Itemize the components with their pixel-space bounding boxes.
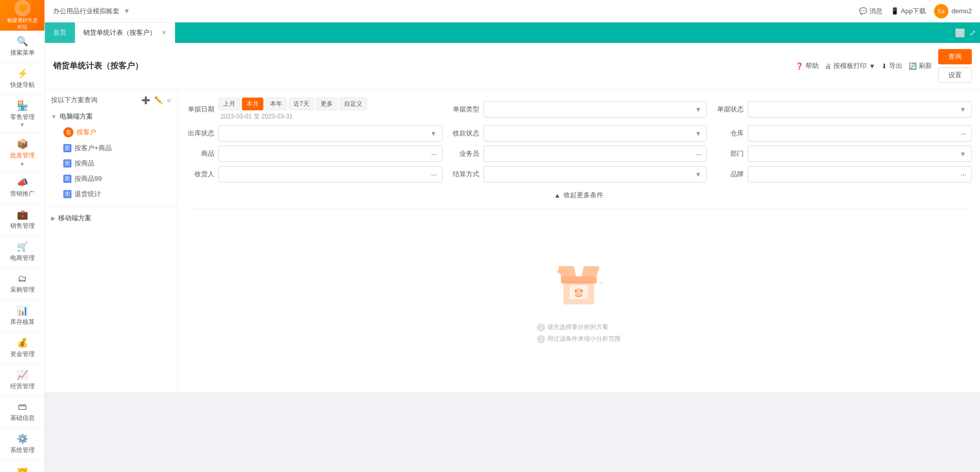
- user-name: demo2: [951, 7, 972, 15]
- hint-num-2: 2: [537, 335, 545, 343]
- type-filter-item: 单据类型 ▼: [451, 98, 707, 121]
- empty-hint-1: 1 请先选择要分析的方案: [537, 323, 621, 332]
- salesperson-control[interactable]: ···: [483, 146, 707, 162]
- scheme-by-goods-99[interactable]: 图 按商品99: [45, 171, 177, 186]
- scheme-by-customer[interactable]: 客 按客户: [45, 124, 177, 140]
- sidebar-item-operations[interactable]: 📈 经营管理: [0, 364, 45, 396]
- query-button[interactable]: 查询: [938, 49, 972, 64]
- empty-illustration: ★ ★ ★: [548, 253, 609, 315]
- tab-close-icon[interactable]: ✕: [161, 29, 166, 36]
- message-action[interactable]: 💬 消息: [859, 7, 883, 16]
- status-control[interactable]: ▼: [748, 101, 972, 117]
- tab-maximize-icon[interactable]: ⤢: [969, 28, 976, 38]
- app-download-label: App下载: [901, 7, 926, 16]
- empty-hints: 1 请先选择要分析的方案 2 用过滤条件来缩小分析范围: [537, 323, 621, 343]
- basics-icon: 🗃: [18, 402, 27, 412]
- goods-control[interactable]: ···: [218, 146, 443, 162]
- shipment-control[interactable]: ▼: [218, 125, 443, 141]
- date-btn-lastmonth[interactable]: 上月: [218, 98, 240, 110]
- sidebar-item-inventory[interactable]: 📊 库存核算: [0, 300, 45, 332]
- refresh-action[interactable]: 🔄 刷新: [909, 61, 932, 70]
- scheme-label-cg: 按客户+商品: [75, 144, 112, 153]
- retail-chevron: ▼: [19, 122, 25, 128]
- status-label: 单据状态: [715, 105, 744, 114]
- sidebar-item-wholesale[interactable]: 📦 批发管理 ▲: [0, 133, 45, 172]
- desktop-chevron-icon: ▼: [51, 113, 57, 120]
- message-label: 消息: [869, 7, 883, 16]
- sidebar-item-retail[interactable]: 🏪 零售管理 ▼: [0, 95, 45, 133]
- page-title: 销货单统计表（按客户）: [53, 61, 143, 72]
- message-icon: 💬: [859, 7, 867, 15]
- sidebar-item-ecommerce[interactable]: 🛒 电商管理: [0, 236, 45, 268]
- shipment-filter-item: 出库状态 ▼: [186, 125, 443, 141]
- scheme-icon-goods: 图: [63, 159, 71, 168]
- scheme-return-stats[interactable]: 图 退货统计: [45, 186, 177, 202]
- empty-hint-2: 2 用过滤条件来缩小分析范围: [537, 335, 621, 343]
- type-control[interactable]: ▼: [483, 101, 707, 117]
- sidebar-item-marketing[interactable]: 📣 营销推广: [0, 172, 45, 204]
- warehouse-control[interactable]: ···: [748, 125, 972, 141]
- scheme-by-goods[interactable]: 图 按商品: [45, 156, 177, 171]
- user-area[interactable]: Ea demo2: [934, 4, 972, 18]
- app-download-action[interactable]: 📱 App下载: [891, 7, 926, 16]
- settlement-filter-item: 结算方式 ▼: [451, 166, 707, 182]
- quicknav-icon: ⚡: [17, 68, 28, 79]
- date-btn-more[interactable]: 更多: [316, 98, 337, 110]
- sidebar-item-purchase[interactable]: 🗂 采购管理: [0, 268, 45, 300]
- sidebar: 🧡 畅捷通好生意 标版 🔍 搜索菜单 ⚡ 快捷导航 🏪 零售管理 ▼ 📦 批发管…: [0, 0, 45, 472]
- collapse-panel-icon[interactable]: «: [167, 96, 171, 104]
- mobile-schemes-header: ▶ 移动端方案: [45, 210, 177, 226]
- date-btn-7days[interactable]: 近7天: [289, 98, 314, 110]
- sidebar-item-basics[interactable]: 🗃 基础信息: [0, 396, 45, 428]
- tab-home[interactable]: 首页: [45, 22, 75, 43]
- help-action[interactable]: ❓ 帮助: [795, 61, 819, 70]
- consignee-label: 收货人: [186, 170, 214, 179]
- brand-control[interactable]: ···: [748, 166, 972, 182]
- sidebar-item-sales[interactable]: 💼 销售管理: [0, 204, 45, 236]
- help-icon: ❓: [795, 62, 803, 70]
- purchase-icon: 🗂: [18, 273, 27, 284]
- warehouse-label: 仓库: [715, 129, 744, 138]
- download-icon: 📱: [891, 7, 899, 15]
- tab-sales-report[interactable]: 销货单统计表（按客户） ✕: [75, 22, 175, 43]
- content-area: 销货单统计表（按客户） ❓ 帮助 🖨 按模板打印 ▼ ⬇ 导出: [45, 43, 980, 472]
- settlement-label: 结算方式: [451, 170, 479, 179]
- scheme-label-goods99: 按商品99: [75, 174, 102, 183]
- date-label: 单据日期: [186, 105, 214, 114]
- sidebar-item-quicknav[interactable]: ⚡ 快捷导航: [0, 63, 45, 95]
- export-action[interactable]: ⬇ 导出: [881, 61, 902, 70]
- avatar: Ea: [934, 4, 948, 18]
- sidebar-item-search[interactable]: 🔍 搜索菜单: [0, 31, 45, 63]
- export-icon: ⬇: [881, 62, 887, 70]
- collapse-button[interactable]: ▲ 收起更多条件: [554, 186, 604, 204]
- add-scheme-icon[interactable]: ➕: [141, 96, 150, 104]
- finance-icon: 💰: [17, 337, 28, 348]
- mobile-schemes-label: 移动端方案: [58, 214, 91, 223]
- hint-num-1: 1: [537, 323, 545, 332]
- date-btn-custom[interactable]: 自定义: [339, 98, 367, 110]
- svg-point-7: [581, 290, 583, 292]
- payment-control[interactable]: ▼: [483, 125, 707, 141]
- tab-bar-actions: ⬜ ⤢: [955, 28, 980, 38]
- settings-button[interactable]: 设置: [938, 67, 972, 83]
- sidebar-item-system[interactable]: ⚙️ 系统管理: [0, 428, 45, 460]
- scheme-by-customer-goods[interactable]: 图 按客户+商品: [45, 140, 177, 156]
- collapse-area: ▲ 收起更多条件: [186, 186, 972, 204]
- date-btn-thisyear[interactable]: 本年: [265, 98, 287, 110]
- salesperson-dots: ···: [696, 150, 701, 158]
- sidebar-item-enterprise[interactable]: 🤝 企业协同: [0, 460, 45, 472]
- salesperson-label: 业务员: [451, 149, 479, 158]
- tab-minimize-icon[interactable]: ⬜: [955, 28, 965, 38]
- settlement-control[interactable]: ▼: [483, 166, 707, 182]
- sidebar-item-finance[interactable]: 💰 资金管理: [0, 332, 45, 364]
- consignee-control[interactable]: ···: [218, 166, 443, 182]
- date-btn-thismonth[interactable]: 本月: [242, 98, 263, 110]
- breadcrumb-dropdown-icon[interactable]: ▼: [124, 7, 130, 15]
- department-control[interactable]: ▼: [748, 146, 972, 162]
- ecommerce-icon: 🛒: [17, 241, 28, 252]
- app-logo: 🧡 畅捷通好生意 标版: [0, 0, 45, 31]
- print-action[interactable]: 🖨 按模板打印 ▼: [825, 61, 875, 70]
- date-range-text: 2023-03-01 至 2023-03-31: [220, 112, 443, 121]
- edit-scheme-icon[interactable]: ✏️: [154, 96, 163, 104]
- svg-point-6: [575, 290, 577, 292]
